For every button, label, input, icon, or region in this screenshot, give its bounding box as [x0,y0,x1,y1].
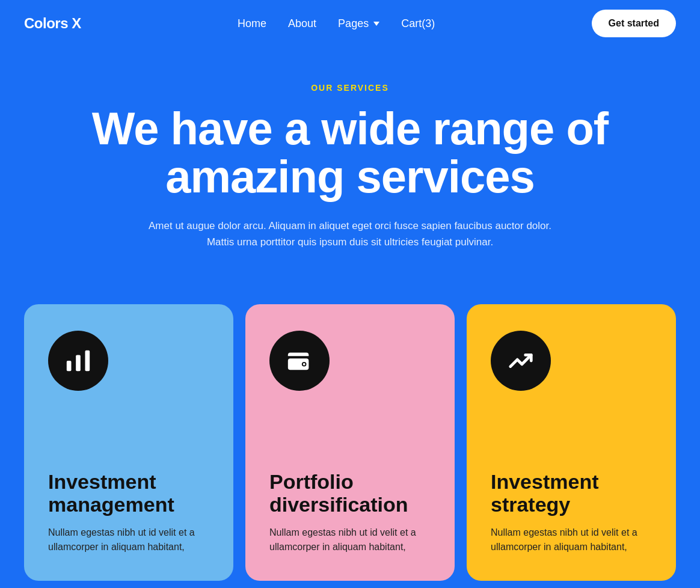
card-2-content: Portfolio diversification Nullam egestas… [269,471,431,554]
trending-up-icon [507,347,535,375]
wallet-icon-circle [269,331,330,391]
card-investment-management: Investment management Nullam egestas nib… [24,304,233,581]
wallet-icon [286,347,313,375]
card-investment-strategy: Investment strategy Nullam egestas nibh … [467,304,676,581]
card-portfolio-diversification: Portfolio diversification Nullam egestas… [245,304,455,581]
chevron-down-icon [373,22,379,26]
logo[interactable]: Colors X [24,15,81,32]
navbar: Colors X Home About Pages Cart(3) Get st… [0,0,700,47]
trending-icon-circle [491,331,551,391]
hero-section: OUR SERVICES We have a wide range of ama… [0,47,700,280]
card-3-content: Investment strategy Nullam egestas nibh … [491,471,652,554]
svg-rect-1 [76,355,81,371]
cards-grid: Investment management Nullam egestas nib… [0,280,700,588]
nav-cart[interactable]: Cart(3) [401,17,435,30]
nav-links: Home About Pages Cart(3) [238,17,435,30]
svg-rect-2 [85,351,90,372]
svg-rect-0 [67,361,72,371]
nav-home[interactable]: Home [238,17,266,30]
chart-icon-circle [48,331,108,391]
card-3-title: Investment strategy [491,471,652,516]
nav-pages[interactable]: Pages [338,17,379,30]
nav-pages-label: Pages [338,17,369,30]
hero-title: We have a wide range of amazing services [79,105,621,201]
nav-about[interactable]: About [288,17,316,30]
chart-icon [64,347,92,375]
card-1-content: Investment management Nullam egestas nib… [48,471,209,554]
get-started-button[interactable]: Get started [592,10,676,37]
card-1-desc: Nullam egestas nibh ut id velit et a ull… [48,525,209,554]
svg-point-5 [303,363,305,366]
card-2-desc: Nullam egestas nibh ut id velit et a ull… [269,525,431,554]
hero-subtitle: OUR SERVICES [24,83,676,93]
card-2-title: Portfolio diversification [269,471,431,516]
card-3-desc: Nullam egestas nibh ut id velit et a ull… [491,525,652,554]
card-1-title: Investment management [48,471,209,516]
hero-description: Amet ut augue dolor arcu. Aliquam in ali… [146,218,554,250]
